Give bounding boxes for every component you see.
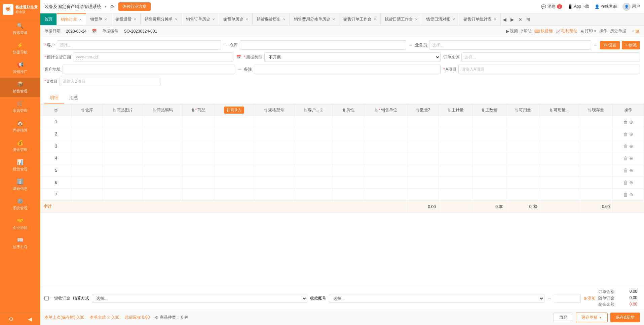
tab-close-icon[interactable]: ✕ [175,17,178,21]
staff-input[interactable] [429,40,592,50]
cell-customer-code[interactable] [294,164,333,176]
cell-stock[interactable] [579,189,612,201]
cell-qty2[interactable] [408,116,439,128]
cell-main-unit[interactable] [439,189,472,201]
cell-stock[interactable] [579,176,612,189]
tab-detail[interactable]: 明细 [44,92,64,104]
cell-main-qty[interactable] [472,189,506,201]
th-main-unit[interactable]: ⇅主计量 [439,105,472,116]
cell-qty2[interactable] [408,189,439,201]
sidebar-item-inventory[interactable]: 🏠 库存核算 [0,117,40,136]
staff-dots-icon[interactable]: ··· [594,43,597,47]
ticket-select[interactable]: 不开票 [264,52,441,62]
cell-available2[interactable] [540,189,579,201]
cell-warehouse[interactable] [72,176,103,189]
tab-prev-btn[interactable]: ◀ [501,17,508,22]
tab-close-icon[interactable]: ✕ [332,17,335,21]
cell-code[interactable] [143,176,183,189]
row-copy-btn[interactable]: ⊕ [629,144,633,149]
tab-close-icon[interactable]: ✕ [283,17,286,21]
gear-icon[interactable]: ⚙ [110,4,114,9]
cell-main-qty[interactable] [472,128,506,140]
cell-product[interactable] [183,128,214,140]
industry-btn[interactable]: 体验行业方案 [118,2,151,11]
tab-cash-workbench[interactable]: 钱货日清工作台 ✕ [381,13,422,26]
cell-warehouse[interactable] [72,164,103,176]
order-source-input[interactable] [461,52,640,62]
th-main-qty[interactable]: ⇅主数量 [472,105,506,116]
warehouse-input[interactable]: 成品库 [240,40,406,50]
address-dots-icon[interactable]: ··· [238,67,241,72]
tab-close-icon[interactable]: ✕ [452,17,455,21]
row-copy-btn[interactable]: ⊕ [629,180,633,185]
sidebar-item-finance[interactable]: 💰 资金管理 [0,136,40,156]
cell-product[interactable] [183,116,214,128]
logistics-btn[interactable]: + 物流 [622,41,640,49]
help-link[interactable]: ? 帮助 [521,28,532,34]
cell-code[interactable] [143,116,183,128]
sidebar-item-search[interactable]: 🔍 搜索菜单 [0,19,40,39]
settings-btn[interactable]: ⚙ 设置 [600,41,619,49]
cell-customer-code[interactable] [294,116,333,128]
cell-image[interactable] [103,140,143,152]
cell-main-qty[interactable] [472,152,506,164]
cell-spec[interactable] [254,128,294,140]
cell-qty2[interactable] [408,140,439,152]
collapse-icon[interactable]: ◀ [28,316,32,322]
tab-close-icon[interactable]: ✕ [212,17,215,21]
cell-spec[interactable] [254,164,294,176]
cell-available2[interactable] [540,176,579,189]
shortcut-link[interactable]: ⌨ 快捷键 [534,28,553,34]
row-copy-btn[interactable]: ⊕ [629,168,633,173]
cell-warehouse[interactable] [72,128,103,140]
a-project-input[interactable] [458,65,640,74]
cell-stock[interactable] [579,164,612,176]
row-delete-btn[interactable]: 🗑 [623,180,628,185]
tab-close-icon[interactable]: ✕ [374,17,376,21]
view-link[interactable]: ▶ 视频 [506,28,518,34]
row-copy-btn[interactable]: ⊕ [629,192,633,197]
cell-unit[interactable] [364,189,408,201]
cell-customer-code[interactable] [294,128,333,140]
dropdown-icon[interactable]: ▼ [599,316,602,319]
cell-available2[interactable] [540,140,579,152]
cell-stock[interactable] [579,116,612,128]
dropdown-arrow-icon[interactable]: ▼ [104,5,107,8]
cell-main-unit[interactable] [439,164,472,176]
cell-image[interactable] [103,128,143,140]
app-download-item[interactable]: 📱 App下载 [568,4,589,9]
th-warehouse[interactable]: ⇅仓库 [72,105,103,116]
cell-main-qty[interactable] [472,116,506,128]
cell-unit[interactable] [364,116,408,128]
sidebar-item-system[interactable]: ⚙️ 系统管理 [0,195,40,214]
th-scan[interactable]: 扫码录入 [214,105,254,116]
cell-code[interactable] [143,140,183,152]
cell-code[interactable] [143,189,183,201]
cell-stock[interactable] [579,128,612,140]
row-delete-btn[interactable]: 🗑 [623,168,628,173]
tab-sales-return[interactable]: 销货退货 ✕ [111,13,141,26]
sidebar-item-guide[interactable]: 📖 新手引导 [0,234,40,253]
cell-available2[interactable] [540,128,579,140]
tab-order-history[interactable]: 销售订单历史 ✕ [182,13,219,26]
cell-stock[interactable] [579,152,612,164]
tab-close-icon[interactable]: ✕ [415,17,418,21]
history-link[interactable]: 历史单据 [610,28,626,34]
customer-input[interactable] [57,40,221,50]
cell-attribute[interactable] [333,116,364,128]
sidebar-item-quick[interactable]: ⚡ 快捷导航 [0,39,40,58]
cell-qty2[interactable] [408,164,439,176]
cell-available[interactable] [506,152,540,164]
cell-image[interactable] [103,164,143,176]
calendar2-icon[interactable]: 📅 [236,55,241,59]
tab-order-stats[interactable]: 销售订单统计表 ✕ [459,13,501,26]
tab-goods-history[interactable]: 销货单历史 ✕ [219,13,253,26]
tab-sales-goods[interactable]: 销货单 ✕ [86,13,111,26]
discard-btn[interactable]: 放弃 [554,313,573,322]
cell-attribute[interactable] [333,152,364,164]
delivery-input[interactable] [73,52,233,62]
table-scroll[interactable]: ⚙ ⇅仓库 ⇅商品图片 ⇅商品编码 [40,104,644,287]
cell-available[interactable] [506,164,540,176]
th-available2[interactable]: ⇅可用量... [540,105,579,116]
one-click-input[interactable] [44,296,49,300]
